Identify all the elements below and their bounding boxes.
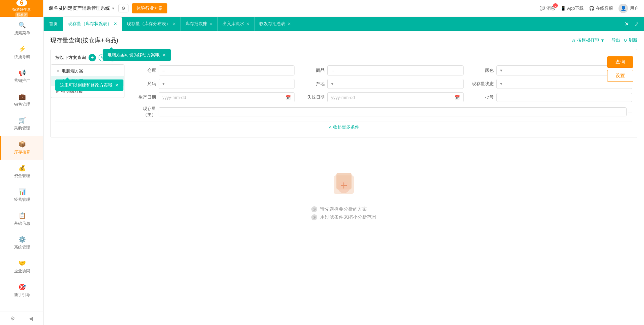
search-button[interactable]: 查询 (607, 56, 633, 68)
edit-tooltip-close[interactable]: ✕ (115, 83, 119, 88)
logo-name: 畅通好生意 (12, 7, 31, 12)
tab-inventory-status[interactable]: 现存量（库存状况表） ✕ (63, 17, 122, 31)
warehouse-more-icon: ··· (162, 68, 165, 73)
tab-close-batch[interactable]: ✕ (209, 21, 213, 26)
content-inner: 现存量查询(按仓库+商品) 🖨 按模板打印 ▼ ↑ 导出 ↻ 刷新 (44, 31, 644, 325)
tab-collect[interactable]: 收发存汇总表 ✕ (254, 17, 296, 31)
warehouse-select[interactable]: ··· (159, 65, 294, 75)
qty-min-input[interactable] (159, 107, 627, 116)
filter-fields: 仓库 ··· 商品 ··· 颜色 (132, 65, 632, 118)
sidebar-item-sales[interactable]: 💼销售管理 (0, 88, 43, 112)
quick-nav-icon: ⚡ (18, 45, 26, 53)
system-nav-icon: ⚙️ (18, 236, 26, 243)
online-support-btn[interactable]: 🎧 在线客服 (589, 5, 613, 11)
collapse-sidebar-icon[interactable]: ◀ (29, 315, 33, 322)
reset-button[interactable]: 设置 (607, 70, 633, 82)
message-button[interactable]: 💬 消息 6 (540, 5, 555, 11)
filter-row-goods: 商品 ··· (301, 65, 463, 75)
sidebar: 6 畅通好生意 标准版 🔍搜索菜单 ⚡快捷导航 📢营销推广 💼销售管理 🛒采购管… (0, 0, 44, 325)
proddate-label: 生产日期 (132, 94, 156, 100)
user-area[interactable]: 👤 用户 (619, 4, 639, 13)
tab-close-inventory-dist[interactable]: ✕ (172, 21, 176, 26)
sidebar-footer: ⚙ ◀ (0, 312, 43, 325)
tab-inventory-status-label: 现存量（库存状况表） (68, 21, 112, 27)
marketing-nav-icon: 📢 (18, 69, 26, 76)
tab-batch[interactable]: 库存批次账 ✕ (180, 17, 217, 31)
sidebar-label-enterprise: 企业协同 (14, 268, 30, 274)
settings-icon[interactable]: ⚙ (10, 315, 15, 322)
close-all-tabs-btn[interactable]: ✕ (623, 19, 630, 29)
sidebar-item-marketing[interactable]: 📢营销推广 (0, 64, 43, 88)
filter-label: 按以下方案查询 (55, 55, 86, 61)
add-scheme-btn[interactable]: + (89, 54, 96, 61)
sidebar-item-operations[interactable]: 📊经营管理 (0, 183, 43, 207)
expand-btn[interactable]: ⤢ (633, 19, 640, 29)
refresh-icon: ↻ (624, 38, 627, 43)
origin-select-arrow: ▼ (330, 82, 334, 86)
expiredate-input[interactable]: yyyy-mm-dd 📅 (327, 92, 463, 102)
sidebar-item-inventory[interactable]: 📦库存核算 (0, 136, 43, 160)
scheme-tooltip-close[interactable]: ✕ (162, 52, 166, 58)
refresh-btn[interactable]: ↻ 刷新 (624, 37, 637, 43)
system-name-dropdown[interactable]: 装备及固定资产辅助管理系统 ▼ (49, 5, 115, 11)
export-label: 导出 (611, 37, 620, 43)
sidebar-item-enterprise[interactable]: 🤝企业协同 (0, 255, 43, 279)
proddate-input[interactable]: yyyy-mm-dd 📅 (159, 92, 294, 102)
batch-input[interactable] (496, 93, 632, 102)
app-download-label: App下载 (567, 5, 584, 11)
tab-inventory-dist[interactable]: 现存量（库存分布表） ✕ (122, 17, 180, 31)
sidebar-label-inventory: 库存核算 (14, 149, 30, 155)
expiredate-label: 失效日期 (301, 94, 325, 100)
goods-more-icon: ··· (330, 68, 334, 73)
filter-header: 按以下方案查询 + ✎ ← 电脑方案可设为移动方案哦 ✕ (55, 54, 632, 61)
collapse-bar[interactable]: ∧ 收起更多条件 (55, 121, 632, 133)
color-label: 颜色 (470, 67, 494, 73)
tab-inout[interactable]: 出入库流水 ✕ (217, 17, 254, 31)
empty-illustration (327, 169, 361, 199)
tab-home-label: 首页 (49, 21, 58, 27)
sidebar-item-search[interactable]: 🔍搜索菜单 (0, 17, 43, 41)
batch-label: 批号 (470, 94, 494, 100)
finance-nav-icon: 💰 (18, 164, 26, 172)
color-select-arrow: ▼ (499, 68, 503, 72)
sidebar-item-guide[interactable]: 🎯新手引导 (0, 279, 43, 303)
template-print-btn[interactable]: 🖨 按模板打印 ▼ (572, 37, 605, 43)
edit-scheme-tooltip: 这里可以创建和修改方案哦 ✕ (55, 79, 123, 91)
tab-home[interactable]: 首页 (44, 17, 63, 31)
empty-state: ① 请先选择要分析的方案 ② 用过滤条件来缩小分析范围 (50, 142, 637, 249)
size-label: 尺码 (132, 81, 156, 87)
refresh-label: 刷新 (629, 37, 637, 43)
filter-row-size: 尺码 ▼ (132, 79, 294, 89)
avatar: 👤 (619, 4, 628, 13)
scheme-tree-desktop[interactable]: ▼ 电脑端方案 (51, 66, 124, 76)
goods-select[interactable]: ··· (327, 65, 463, 75)
gear-button[interactable]: ⚙ (118, 4, 128, 12)
tab-close-inout[interactable]: ✕ (246, 21, 250, 26)
app-download-btn[interactable]: 📱 App下载 (560, 5, 584, 11)
sidebar-item-basic[interactable]: 📋基础信息 (0, 207, 43, 231)
export-btn[interactable]: ↑ 导出 (608, 37, 621, 43)
export-icon: ↑ (608, 38, 610, 43)
collapse-icon: ∧ (328, 124, 332, 129)
header-right: 💬 消息 6 📱 App下载 🎧 在线客服 👤 用户 (540, 4, 639, 13)
sidebar-label-operations: 经营管理 (14, 197, 30, 203)
origin-select[interactable]: ▼ (327, 79, 463, 89)
tab-close-inventory-status[interactable]: ✕ (114, 21, 117, 26)
sidebar-item-quick[interactable]: ⚡快捷导航 (0, 41, 43, 64)
industry-button[interactable]: 体验行业方案 (132, 3, 167, 13)
printer-icon: 🖨 (572, 38, 576, 43)
size-select[interactable]: ▼ (159, 79, 294, 89)
filter-area: 按以下方案查询 + ✎ ← 电脑方案可设为移动方案哦 ✕ ▼ 电脑端方案 (50, 49, 637, 138)
page-title: 现存量查询(按仓库+商品) (50, 36, 118, 44)
tab-close-collect[interactable]: ✕ (287, 21, 291, 26)
header-left: 装备及固定资产辅助管理系统 ▼ ⚙ 体验行业方案 (49, 3, 167, 13)
sidebar-item-system[interactable]: ⚙️系统管理 (0, 231, 43, 255)
expiredate-placeholder: yyyy-mm-dd (331, 95, 355, 100)
empty-hint-1-text: 请先选择要分析的方案 (320, 206, 367, 212)
scheme-tooltip: 电脑方案可设为移动方案哦 ✕ (103, 49, 171, 61)
sidebar-nav: 🔍搜索菜单 ⚡快捷导航 📢营销推广 💼销售管理 🛒采购管理 📦库存核算 💰资金管… (0, 17, 43, 312)
sidebar-item-purchase[interactable]: 🛒采购管理 (0, 112, 43, 136)
inventory-nav-icon: 📦 (18, 141, 26, 148)
sidebar-item-finance[interactable]: 💰资金管理 (0, 160, 43, 183)
size-select-arrow: ▼ (162, 82, 165, 86)
